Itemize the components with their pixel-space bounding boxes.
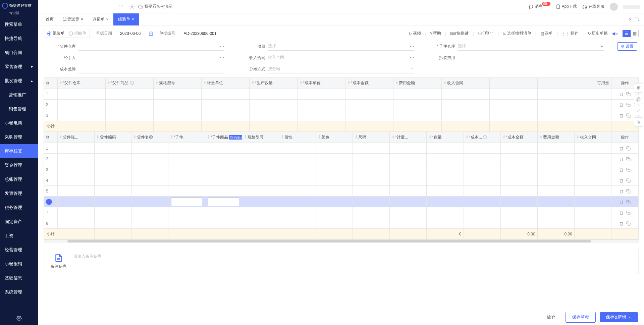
table-row[interactable]: 2 bbox=[44, 154, 638, 164]
delete-row[interactable] bbox=[619, 146, 624, 150]
copy-row[interactable] bbox=[626, 113, 631, 118]
copy-row[interactable] bbox=[626, 146, 631, 150]
sidebar-item[interactable]: 基础信息 bbox=[0, 271, 38, 285]
add-row-button[interactable]: + bbox=[46, 199, 52, 205]
tab[interactable]: 进货退货✕ bbox=[58, 13, 88, 25]
delete-row[interactable] bbox=[619, 167, 624, 172]
messages-link[interactable]: 消息 99+ bbox=[529, 4, 550, 9]
table-settings[interactable]: ⚙ bbox=[44, 78, 57, 89]
print-button[interactable]: ⎙ 打印 ﹀ bbox=[478, 31, 494, 36]
sidebar-item[interactable]: 采购管理 bbox=[0, 130, 38, 144]
rail-attach[interactable] bbox=[634, 95, 643, 104]
delete-row[interactable] bbox=[619, 178, 624, 182]
remarks-input[interactable]: 请输入备注信息 bbox=[73, 254, 632, 269]
table-row[interactable]: 1 bbox=[44, 143, 638, 154]
ellipsis-icon[interactable]: ⋯ bbox=[410, 55, 414, 60]
copy-row[interactable] bbox=[626, 178, 631, 182]
rail-approval[interactable]: 审 bbox=[634, 83, 643, 93]
video-button[interactable]: ▷ 视频 bbox=[409, 31, 421, 36]
child-warehouse-input[interactable]: 选择...⋯ bbox=[458, 42, 604, 51]
ellipsis-icon[interactable]: ⋯ bbox=[599, 44, 604, 49]
ellipsis-icon[interactable]: ⋯ bbox=[220, 55, 224, 60]
delete-row[interactable] bbox=[619, 102, 624, 107]
tab[interactable]: 组装单✕ bbox=[113, 13, 139, 25]
settings-button[interactable]: ⚙ 设置 bbox=[617, 42, 637, 51]
cell-input[interactable] bbox=[208, 198, 239, 206]
sidebar-item[interactable]: 固定资产 bbox=[0, 215, 38, 229]
delete-row[interactable] bbox=[619, 156, 624, 161]
table-row[interactable]: 7 bbox=[44, 207, 638, 218]
table-row[interactable]: 3 bbox=[44, 164, 638, 175]
table-row-active[interactable]: + bbox=[44, 197, 638, 207]
delete-row[interactable] bbox=[619, 92, 624, 96]
table-row[interactable]: 3 bbox=[44, 110, 638, 121]
income-contract-input[interactable]: 收入合同⋯ bbox=[268, 53, 414, 62]
calendar-icon[interactable] bbox=[149, 31, 153, 36]
copy-row[interactable] bbox=[626, 199, 631, 204]
ellipsis-icon[interactable]: ⋯ bbox=[220, 44, 224, 49]
delete-row[interactable] bbox=[619, 221, 624, 225]
sidebar-item[interactable]: 工资 bbox=[0, 229, 38, 243]
project-input[interactable]: 选择...⋯ bbox=[268, 42, 414, 51]
radio-disassemble[interactable]: 拆卸单 bbox=[69, 31, 86, 36]
list-view-toggle[interactable]: ☰ bbox=[623, 30, 631, 37]
parent-warehouse-input[interactable]: ⋯ bbox=[78, 42, 224, 51]
close-icon[interactable]: ✕ bbox=[80, 17, 83, 21]
delete-row[interactable] bbox=[619, 210, 624, 215]
sidebar-item[interactable]: 快捷导航 bbox=[0, 32, 38, 46]
rail-expand[interactable]: ⤢ bbox=[634, 106, 643, 115]
delete-row[interactable] bbox=[619, 113, 624, 118]
sidebar-item[interactable]: 系统管理 bbox=[0, 285, 38, 299]
copy-row[interactable] bbox=[626, 221, 631, 225]
horizontal-scrollbar[interactable] bbox=[44, 240, 639, 243]
delete-row[interactable] bbox=[619, 188, 624, 193]
table-row[interactable]: 4 bbox=[44, 175, 638, 186]
hotkey-button[interactable]: ⌨ 快捷键 bbox=[450, 31, 469, 36]
handler-input[interactable]: ⋯ bbox=[78, 53, 224, 62]
close-all-tabs[interactable]: ✕ bbox=[629, 17, 632, 22]
sidebar-item[interactable]: 经营管理 bbox=[0, 243, 38, 257]
next-doc[interactable]: ▶ bbox=[615, 31, 619, 36]
prev-doc[interactable]: ◀ bbox=[612, 31, 615, 36]
sidebar-item[interactable]: 小畅报销 bbox=[0, 257, 38, 271]
sidebar-item[interactable]: 项目合同 bbox=[0, 46, 38, 60]
table-settings[interactable]: ⚙ bbox=[44, 132, 57, 143]
save-new-button[interactable]: 保存&新增 ︿ bbox=[600, 312, 638, 322]
help-button[interactable]: ? 帮助 bbox=[430, 31, 441, 36]
copy-row[interactable] bbox=[626, 167, 631, 172]
cost-diff-input[interactable] bbox=[78, 65, 224, 73]
sidebar-item[interactable]: 资金管理 bbox=[0, 158, 38, 172]
sidebar-item[interactable]: 零售管理▼ bbox=[0, 60, 38, 74]
save-draft-button[interactable]: 保存草稿 bbox=[566, 312, 596, 323]
avatar[interactable] bbox=[610, 3, 618, 11]
operate-button[interactable]: ⋮⋮ 操作 bbox=[562, 31, 579, 36]
fullscreen-toggle[interactable]: ⛶ bbox=[635, 17, 639, 22]
sidebar-item[interactable]: 发票管理 bbox=[0, 186, 38, 201]
sidebar-settings[interactable] bbox=[0, 312, 38, 325]
tab[interactable]: 调拨单✕ bbox=[88, 13, 113, 25]
sidebar-subitem[interactable]: 销售管理 bbox=[0, 102, 38, 116]
sidebar-item[interactable]: 税务管理 bbox=[0, 201, 38, 215]
sidebar-item[interactable]: 库存核算 bbox=[0, 144, 38, 158]
table-row[interactable]: 5 bbox=[44, 186, 638, 197]
table-row[interactable]: 1 bbox=[44, 89, 638, 99]
close-icon[interactable]: ✕ bbox=[131, 17, 134, 21]
sidebar-item[interactable]: 小畅电商 bbox=[0, 116, 38, 130]
sidebar-subitem[interactable]: 营销推广 bbox=[0, 88, 38, 102]
service-link[interactable]: 在线客服 bbox=[582, 4, 604, 9]
date-value[interactable]: 2023-06-06 bbox=[118, 31, 143, 36]
copy-row[interactable] bbox=[626, 156, 631, 161]
material-button[interactable]: ☑ 选择物料清单 bbox=[503, 31, 531, 36]
copy-row[interactable] bbox=[626, 210, 631, 215]
rail-collapse[interactable]: ⇲ bbox=[634, 117, 643, 127]
copy-row[interactable] bbox=[626, 102, 631, 107]
radio-assemble[interactable]: 组装单 bbox=[47, 31, 65, 36]
table-row[interactable]: 8 bbox=[44, 218, 638, 229]
dismantle-fee-input[interactable] bbox=[458, 53, 604, 62]
copy-row[interactable] bbox=[626, 188, 631, 193]
alloc-method-select[interactable]: 按金额﹀ bbox=[268, 65, 414, 73]
sidebar-item[interactable]: 批发管理▲ bbox=[0, 74, 38, 88]
demo-link[interactable]: 我要看实例演示 bbox=[138, 4, 172, 9]
discard-button[interactable]: 放弃 bbox=[541, 312, 561, 322]
app-download-link[interactable]: App下载 bbox=[556, 4, 577, 9]
